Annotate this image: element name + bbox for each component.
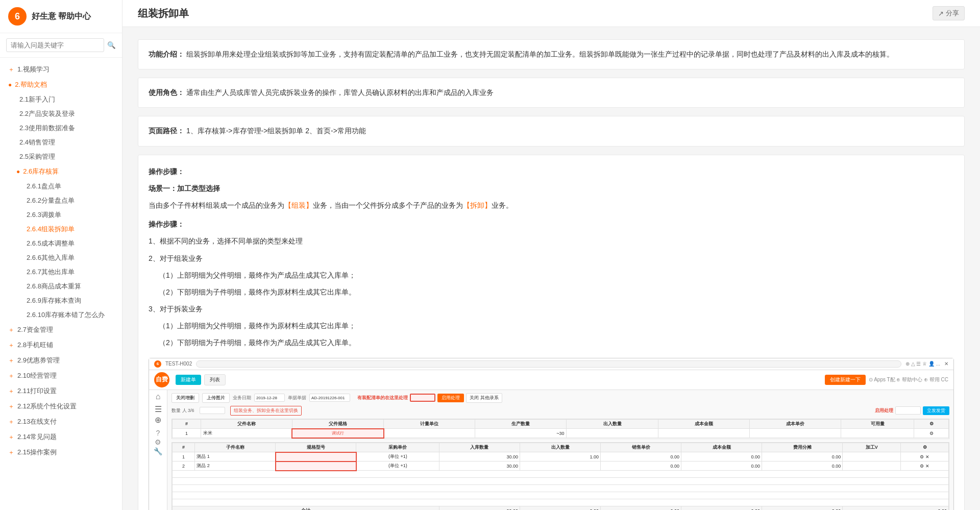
sidebar-item-label: 2.11打印设置 bbox=[17, 386, 57, 396]
sidebar-item-transfer[interactable]: 2.6.3调拨单 bbox=[0, 208, 122, 222]
td-cost-amt bbox=[658, 429, 749, 438]
sidebar-item-label: 2.15操作案例 bbox=[17, 448, 57, 457]
td-spec-red[interactable]: 调试行 bbox=[292, 429, 383, 438]
sim-note1-box[interactable] bbox=[410, 394, 435, 402]
btd-bp1: (单位 +1) bbox=[356, 452, 439, 462]
sidebar-item-assembly[interactable]: 2.6.4组装拆卸单 bbox=[0, 222, 122, 236]
btable-row-5 bbox=[173, 485, 949, 492]
sidebar-item-cost-adj[interactable]: 2.6.5成本调整单 bbox=[0, 236, 122, 251]
sim-date-input[interactable]: 2019-12-28 bbox=[254, 394, 285, 402]
app-icons: ⊕ △ ☰ ♕ 👤 ... bbox=[905, 361, 940, 367]
sim-orange-btn[interactable]: 创建新建一下 bbox=[825, 375, 866, 385]
sidebar-item-cases[interactable]: ＋ 2.15操作案例 bbox=[0, 445, 122, 460]
sim-upper-table: # 父件名称 父件规格 计量单位 生产数量 出入数量 成本金额 成本单价 可用量 bbox=[172, 419, 949, 439]
sim-tab-list[interactable]: 列表 bbox=[204, 374, 226, 385]
sidebar-item-ops[interactable]: ＋ 2.10经营管理 bbox=[0, 368, 122, 383]
sidebar-item-inventory[interactable]: ● 2.6库存核算 bbox=[0, 164, 122, 179]
sidebar-item-faq[interactable]: ＋ 2.14常见问题 bbox=[0, 429, 122, 445]
step2: 2、对于组装业务 bbox=[149, 252, 954, 265]
btd-act1[interactable]: ⚙ ✕ bbox=[901, 452, 949, 462]
sidebar-item-finance[interactable]: ＋ 2.7资金管理 bbox=[0, 322, 122, 337]
sim-dropdown-input[interactable] bbox=[895, 406, 921, 415]
main-area: 组装拆卸单 ↗ 分享 功能介绍： 组装拆卸单用来处理企业组装或拆卸等加工业务，支… bbox=[122, 0, 980, 510]
assemble-step2: （2）下部明细为子件明细，最终作为原材料生成其它出库单。 bbox=[159, 286, 954, 299]
btd-act2[interactable]: ⚙ ✕ bbox=[901, 462, 949, 471]
th-num: # bbox=[173, 419, 201, 429]
sidebar-item-label: 2.12系统个性化设置 bbox=[17, 402, 77, 411]
sim-icons: ⊙ Apps T配 ⊕ 帮助中心 ⊕ 帮用 CC bbox=[869, 376, 948, 383]
btd-spec2[interactable] bbox=[276, 462, 356, 471]
sim-extra-btn[interactable]: 关闭 其他录系 bbox=[466, 393, 502, 403]
btd-spec1[interactable] bbox=[276, 452, 356, 462]
role-text: 通常由生产人员或库管人员完成拆装业务的操作，库管人员确认原材料的出库和产成品的入… bbox=[186, 88, 494, 96]
path-text: 1、库存核算->库存管理->组装拆卸单 2、首页->常用功能 bbox=[186, 127, 366, 135]
sim-nav-logo: 自费 bbox=[154, 372, 169, 387]
browser-logo: 6 bbox=[154, 360, 161, 368]
share-button[interactable]: ↗ 分享 bbox=[933, 6, 965, 20]
sidebar-item-print[interactable]: ＋ 2.11打印设置 bbox=[0, 383, 122, 399]
sim-note3-box[interactable]: 组装业务、拆卸业务在这里切换 bbox=[230, 406, 302, 416]
sidebar-item-partial-stock[interactable]: 2.6.2分量盘点单 bbox=[0, 193, 122, 208]
sim-left-strip: ⌂ ☰ ⊕ ? ⚙ 🔧 bbox=[149, 390, 167, 510]
sidebar-item-sales[interactable]: 2.4销售管理 bbox=[0, 135, 122, 150]
sidebar-item-video[interactable]: ＋ 1.视频学习 bbox=[0, 62, 122, 77]
search-bar[interactable]: 🔍 bbox=[0, 33, 122, 58]
sidebar-item-personal[interactable]: ＋ 2.12系统个性化设置 bbox=[0, 399, 122, 414]
bth-in-qty: 入库数量 bbox=[439, 443, 520, 452]
search-button[interactable]: 🔍 bbox=[107, 41, 116, 49]
btd-footer-label: 合计 bbox=[173, 506, 439, 510]
sidebar-item-cost-recalc[interactable]: 2.6.8商品成本重算 bbox=[0, 279, 122, 294]
btable-row-1: 1 测品 1 (单位 +1) 30.00 1.00 0.00 0.00 bbox=[173, 452, 949, 462]
th-unit: 计量单位 bbox=[384, 419, 475, 429]
sidebar-item-other-out[interactable]: 2.6.7其他出库单 bbox=[0, 265, 122, 279]
intro-label: 功能介绍： bbox=[149, 50, 184, 58]
btd-footer-v5: 0.00 bbox=[762, 506, 843, 510]
btd-fs1: 0.00 bbox=[762, 452, 843, 462]
sidebar-item-newbie[interactable]: 2.1新手入门 bbox=[0, 92, 122, 107]
sim-row2: 数量 人 3/6 组装业务、拆卸业务在这里切换 启用处理 立发发货 bbox=[172, 406, 949, 416]
btd-footer-v3: 0.00 bbox=[601, 506, 681, 510]
sidebar-item-stock-fix[interactable]: 2.6.10库存账本错了怎么办 bbox=[0, 308, 122, 322]
close-btn[interactable]: ✕ bbox=[944, 361, 948, 367]
sidebar-item-payment[interactable]: ＋ 2.13在线支付 bbox=[0, 414, 122, 429]
btd-inq2: 30.00 bbox=[439, 462, 520, 471]
btable-footer: 合计 99.00 0.00 0.00 0.00 0.00 0.00 bbox=[173, 506, 949, 510]
expand-icon: ＋ bbox=[8, 372, 14, 380]
sim-enable-btn[interactable]: 立发发货 bbox=[923, 406, 949, 415]
btable-row-7 bbox=[173, 499, 949, 506]
sidebar-item-purchase[interactable]: 2.5采购管理 bbox=[0, 150, 122, 164]
logo-icon: 6 bbox=[8, 7, 27, 26]
sidebar-item-mobile[interactable]: ＋ 2.8手机旺铺 bbox=[0, 337, 122, 353]
th-cost-price: 成本单价 bbox=[749, 419, 841, 429]
sim-note3-text: 组装业务、拆卸业务在这里切换 bbox=[234, 408, 298, 413]
sim-btn-upload[interactable]: 上传图片 bbox=[202, 393, 230, 403]
btd-footer-total: 99.00 bbox=[439, 506, 520, 510]
expand-icon: ＋ bbox=[8, 448, 14, 457]
sim-process-btn[interactable]: 启用处理 bbox=[437, 394, 464, 402]
sim-qty-input[interactable] bbox=[200, 407, 225, 414]
th-inout-qty: 出入数量 bbox=[567, 419, 658, 429]
th-actions: ⚙ bbox=[914, 419, 949, 429]
btd-name2: 测品 2 bbox=[195, 462, 276, 471]
intro-text: 组装拆卸单用来处理企业组装或拆卸等加工业务，支持有固定装配清单的产品加工业务，也… bbox=[186, 50, 894, 58]
sim-btn-close-edit[interactable]: 关闭增删 bbox=[172, 393, 199, 403]
bth-process: 加工V bbox=[843, 443, 901, 452]
btd-name1: 测品 1 bbox=[195, 452, 276, 462]
td-act[interactable]: ⚙ bbox=[914, 429, 949, 438]
sidebar-item-coupon[interactable]: ＋ 2.9优惠券管理 bbox=[0, 353, 122, 368]
search-input[interactable] bbox=[6, 38, 104, 52]
sidebar-item-other-in[interactable]: 2.6.6其他入库单 bbox=[0, 251, 122, 265]
th-avail: 可用量 bbox=[841, 419, 914, 429]
sidebar-item-data-prep[interactable]: 2.3使用前数据准备 bbox=[0, 121, 122, 135]
sidebar-item-stocktake[interactable]: 2.6.1盘点单 bbox=[0, 179, 122, 193]
sim-lower-area: 无固定清单可以直接在这里录入 # 子件名称 规格型号 bbox=[172, 442, 949, 510]
sim-icon-help: ? bbox=[156, 429, 160, 437]
bth-fee-split: 费用分摊 bbox=[762, 443, 843, 452]
sim-tab-new[interactable]: 新建单 bbox=[176, 375, 201, 385]
sidebar-item-install[interactable]: 2.2产品安装及登录 bbox=[0, 107, 122, 121]
main-header: 组装拆卸单 ↗ 分享 bbox=[122, 0, 980, 27]
sim-no-input[interactable]: AD-20191226-001 bbox=[309, 394, 350, 402]
sidebar-item-stock-ledger[interactable]: 2.6.9库存账本查询 bbox=[0, 294, 122, 308]
expand-icon: ＋ bbox=[8, 418, 14, 426]
sidebar-item-docs[interactable]: ● 2.帮助文档 bbox=[0, 77, 122, 92]
